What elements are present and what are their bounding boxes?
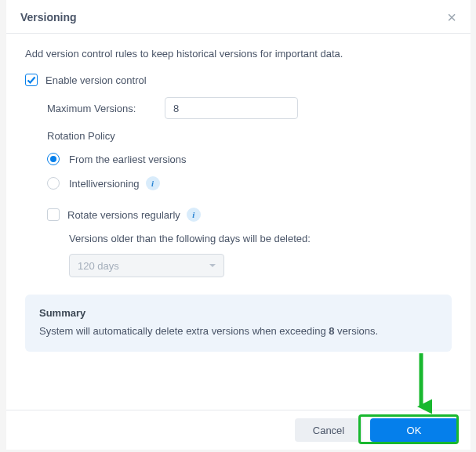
rotation-label-earliest: From the earliest versions (69, 154, 187, 165)
summary-body: System will automatically delete extra v… (39, 324, 438, 339)
rotate-regularly-checkbox[interactable] (47, 208, 60, 221)
rotation-radio-intelliversioning[interactable] (47, 177, 60, 190)
dialog-description: Add version control rules to keep histor… (25, 48, 452, 60)
max-versions-input[interactable] (165, 97, 298, 119)
rotation-label-intelliversioning: Intelliversioning (69, 178, 140, 190)
checkmark-icon (27, 75, 36, 85)
versioning-dialog: Versioning × Add version control rules t… (6, 0, 471, 450)
rotation-policy-title: Rotation Policy (25, 130, 452, 142)
summary-prefix: System will automatically delete extra v… (39, 325, 329, 337)
enable-version-control-row: Enable version control (25, 74, 452, 86)
max-versions-row: Maximum Versions: (25, 97, 452, 119)
rotation-radio-earliest[interactable] (47, 153, 60, 165)
summary-suffix: versions. (334, 325, 378, 337)
days-select-value: 120 days (78, 260, 119, 272)
close-icon[interactable]: × (447, 9, 456, 25)
cancel-button[interactable]: Cancel (295, 418, 362, 442)
dialog-titlebar: Versioning × (6, 0, 471, 34)
info-icon[interactable]: i (187, 208, 201, 222)
max-versions-label: Maximum Versions: (47, 103, 165, 114)
info-icon[interactable]: i (146, 176, 160, 190)
summary-panel: Summary System will automatically delete… (25, 295, 452, 352)
rotation-option-earliest: From the earliest versions (25, 153, 452, 165)
chevron-down-icon (209, 264, 216, 267)
enable-version-control-label: Enable version control (45, 74, 147, 86)
dialog-title: Versioning (20, 11, 77, 24)
rotate-regularly-select-wrap: 120 days (25, 254, 452, 277)
dialog-content: Add version control rules to keep histor… (6, 34, 471, 410)
rotate-regularly-row: Rotate versions regularly i (25, 208, 452, 222)
summary-title: Summary (39, 307, 438, 319)
ok-button[interactable]: OK (370, 418, 458, 442)
dialog-footer: Cancel OK (6, 410, 471, 450)
rotate-regularly-label: Rotate versions regularly (67, 209, 180, 221)
rotate-regularly-hint: Versions older than the following days w… (25, 233, 452, 244)
days-select: 120 days (69, 254, 224, 277)
rotation-option-intelliversioning: Intelliversioning i (25, 176, 452, 190)
enable-version-control-checkbox[interactable] (25, 74, 38, 86)
